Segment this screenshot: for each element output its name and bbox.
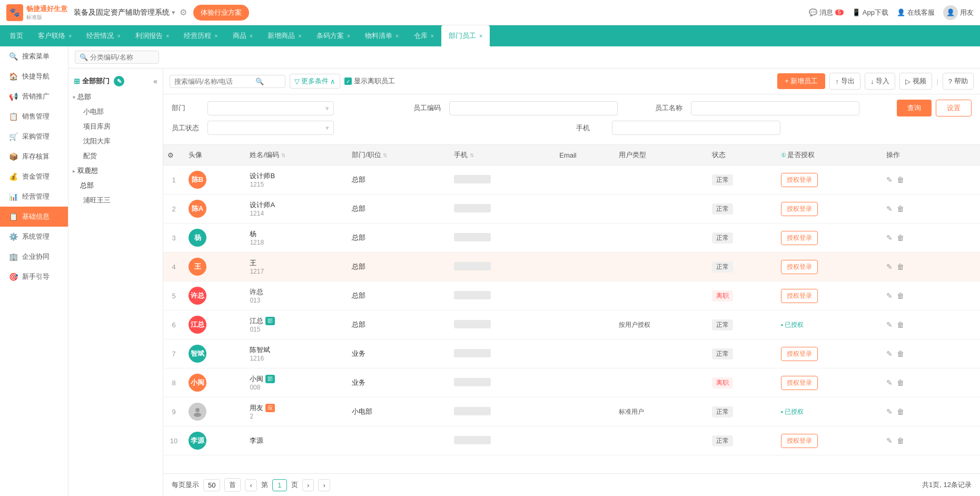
- delete-icon[interactable]: 🗑: [897, 407, 904, 416]
- authorize-btn[interactable]: 授权登录: [781, 260, 818, 274]
- tab-bom[interactable]: 物料清单 ×: [358, 25, 406, 46]
- sidebar-item-inventory[interactable]: 📦 库存核算: [0, 147, 68, 167]
- current-page[interactable]: 1: [272, 479, 287, 491]
- authorize-btn[interactable]: 授权登录: [781, 376, 818, 390]
- tab-history[interactable]: 经营历程 ×: [176, 25, 225, 46]
- edit-icon[interactable]: ✎: [886, 205, 893, 213]
- authorize-btn[interactable]: 授权登录: [781, 202, 818, 216]
- tree-node-shenyang[interactable]: 沈阳大库: [68, 134, 163, 149]
- tree-node-xiaodian[interactable]: 小电部: [68, 104, 163, 119]
- authorize-btn[interactable]: 授权登录: [781, 347, 818, 361]
- delete-icon[interactable]: 🗑: [897, 436, 904, 445]
- tree-collapse-icon[interactable]: «: [153, 77, 157, 85]
- tree-edit-icon[interactable]: ✎: [114, 76, 124, 86]
- authorize-btn[interactable]: 授权登录: [781, 173, 818, 187]
- edit-icon[interactable]: ✎: [886, 378, 893, 387]
- employee-name-input[interactable]: [691, 101, 859, 115]
- edit-icon[interactable]: ✎: [886, 291, 893, 300]
- tree-node-xiangmu[interactable]: 项目库房: [68, 119, 163, 134]
- edit-icon[interactable]: ✎: [886, 234, 893, 242]
- col-settings[interactable]: ⚙: [163, 145, 184, 166]
- tree-node-peihuo[interactable]: 配货: [68, 149, 163, 163]
- sidebar-item-guide[interactable]: 🎯 新手引导: [0, 267, 68, 287]
- online-service-btn[interactable]: 👤 在线客服: [897, 8, 935, 17]
- delete-icon[interactable]: 🗑: [897, 291, 904, 300]
- app-download-btn[interactable]: 📱 App下载: [852, 8, 888, 17]
- phone-sort-icon[interactable]: ⇅: [470, 152, 474, 158]
- delete-icon[interactable]: 🗑: [897, 320, 904, 329]
- user-menu[interactable]: 👤 用友: [943, 5, 974, 20]
- edit-icon[interactable]: ✎: [886, 436, 893, 445]
- first-page-btn[interactable]: 首: [224, 478, 241, 492]
- edit-icon[interactable]: ✎: [886, 349, 893, 358]
- classify-search-box[interactable]: 🔍: [75, 51, 159, 64]
- edit-icon[interactable]: ✎: [886, 407, 893, 416]
- dept-sort-icon[interactable]: ⇅: [383, 152, 387, 158]
- delete-icon[interactable]: 🗑: [897, 205, 904, 213]
- tab-dept-staff[interactable]: 部门员工 ×: [441, 25, 490, 46]
- delete-icon[interactable]: 🗑: [897, 234, 904, 242]
- status-filter-select[interactable]: ▾: [207, 121, 334, 135]
- more-filter-btn[interactable]: ▽ 更多条件 ∧: [290, 74, 340, 89]
- edit-icon[interactable]: ✎: [886, 262, 893, 271]
- sidebar-item-base[interactable]: 📋 基础信息: [0, 207, 68, 227]
- phone-input[interactable]: [612, 121, 780, 135]
- sidebar-item-quicknav[interactable]: 🏠 快捷导航: [0, 66, 68, 86]
- sidebar-item-operation[interactable]: 📊 经营管理: [0, 187, 68, 207]
- delete-icon[interactable]: 🗑: [897, 176, 904, 184]
- delete-icon[interactable]: 🗑: [897, 349, 904, 358]
- add-employee-button[interactable]: + 新增员工: [777, 73, 825, 89]
- authorize-btn[interactable]: 授权登录: [781, 434, 818, 448]
- employee-search-input[interactable]: [174, 77, 253, 85]
- import-button[interactable]: ↓ 导入: [865, 73, 896, 90]
- per-page-value[interactable]: 50: [203, 479, 220, 491]
- edit-icon[interactable]: ✎: [886, 320, 893, 329]
- message-btn[interactable]: 💬 消息 5: [809, 8, 844, 17]
- last-page-btn[interactable]: ›: [318, 479, 330, 491]
- sidebar-item-system[interactable]: ⚙️ 系统管理: [0, 227, 68, 247]
- tab-barcode[interactable]: 条码方案 ×: [309, 25, 358, 46]
- sidebar-item-search[interactable]: 🔍 搜索菜单: [0, 46, 68, 66]
- authorize-btn[interactable]: 授权登录: [781, 231, 818, 245]
- edit-icon[interactable]: ✎: [886, 176, 893, 184]
- tab-goods[interactable]: 商品 ×: [225, 25, 260, 46]
- delete-icon[interactable]: 🗑: [897, 378, 904, 387]
- dept-filter-select[interactable]: ▾: [207, 101, 334, 115]
- sidebar-item-corp[interactable]: 🏢 企业协同: [0, 247, 68, 267]
- tab-add-goods[interactable]: 新增商品 ×: [260, 25, 309, 46]
- employee-search-icon[interactable]: 🔍: [255, 77, 264, 85]
- tab-home[interactable]: 首页: [2, 25, 31, 46]
- tree-node-zongbu2[interactable]: 总部: [68, 178, 163, 193]
- next-page-btn[interactable]: ›: [302, 479, 314, 491]
- delete-icon[interactable]: 🗑: [897, 262, 904, 271]
- tab-warehouse[interactable]: 仓库 ×: [407, 25, 441, 46]
- sidebar-item-marketing[interactable]: 📢 营销推广: [0, 86, 68, 106]
- show-resigned-toggle[interactable]: ✓ 显示离职员工: [344, 76, 395, 86]
- trial-button[interactable]: 体验行业方案: [193, 5, 249, 21]
- top-bar: 🐾 畅捷通好生意 标准版 装备及固定资产辅助管理系统 ▾ ⚙ 体验行业方案 💬 …: [0, 0, 980, 25]
- query-button[interactable]: 查询: [897, 100, 932, 116]
- cell-phone: [450, 397, 555, 426]
- show-resigned-checkbox[interactable]: ✓: [344, 77, 352, 85]
- prev-page-btn[interactable]: ‹: [245, 479, 256, 491]
- title-dropdown-icon[interactable]: ▾: [172, 8, 175, 16]
- employee-code-input[interactable]: [449, 101, 618, 115]
- view-button[interactable]: ▷ 视频: [899, 73, 932, 90]
- tab-profit[interactable]: 利润报告 ×: [128, 25, 176, 46]
- tab-operation[interactable]: 经营情况 ×: [79, 25, 127, 46]
- reset-button[interactable]: 设置: [936, 100, 972, 116]
- tab-customer[interactable]: 客户联络 ×: [31, 25, 79, 46]
- tree-node-zongbu-group[interactable]: ▾ 总部: [68, 90, 163, 104]
- tree-node-puwang[interactable]: 浦旺王三: [68, 193, 163, 208]
- employee-search-box[interactable]: 🔍: [170, 75, 285, 88]
- sidebar-item-sales[interactable]: 📋 销售管理: [0, 106, 68, 127]
- export-button[interactable]: ↑ 导出: [829, 73, 860, 90]
- tree-node-shuangluo[interactable]: ▸ 双鹿想: [68, 163, 163, 178]
- name-sort-icon[interactable]: ⇅: [281, 152, 285, 158]
- settings-icon[interactable]: ⚙: [180, 7, 187, 17]
- help-button[interactable]: ? 帮助: [943, 73, 974, 90]
- sidebar-item-purchase[interactable]: 🛒 采购管理: [0, 127, 68, 147]
- classify-search-input[interactable]: [90, 53, 143, 61]
- sidebar-item-finance[interactable]: 💰 资金管理: [0, 167, 68, 187]
- authorize-btn[interactable]: 授权登录: [781, 289, 818, 303]
